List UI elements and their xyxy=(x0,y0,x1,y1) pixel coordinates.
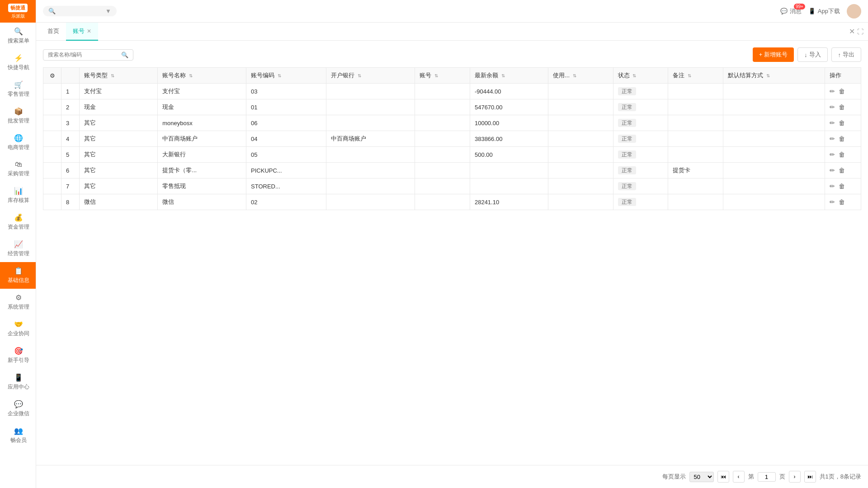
row-payment-5 xyxy=(723,163,825,178)
per-page-select[interactable]: 50 20 100 xyxy=(689,472,714,482)
tab-close-all-button[interactable]: ✕ xyxy=(849,27,855,36)
sidebar-item-agreement[interactable]: 🤝 企业协同 xyxy=(0,315,36,342)
sidebar-item-guide[interactable]: 🎯 新手引导 xyxy=(0,342,36,369)
edit-button-6[interactable]: ✏ xyxy=(830,183,835,190)
tab-maximize-button[interactable]: ⛶ xyxy=(857,28,863,35)
col-settings[interactable]: ⚙ xyxy=(43,68,61,84)
row-usage-6 xyxy=(548,178,613,194)
prev-page-button[interactable]: ‹ xyxy=(733,471,745,483)
row-action-0: ✏ 🗑 xyxy=(825,84,861,99)
delete-button-5[interactable]: 🗑 xyxy=(839,167,845,174)
edit-button-1[interactable]: ✏ xyxy=(830,103,835,111)
col-bank[interactable]: 开户银行 ⇅ xyxy=(326,68,415,84)
row-type-7: 微信 xyxy=(80,194,158,210)
col-balance[interactable]: 最新余额 ⇅ xyxy=(470,68,548,84)
delete-button-1[interactable]: 🗑 xyxy=(839,103,845,111)
sidebar-item-operation[interactable]: 📈 经营管理 xyxy=(0,235,36,262)
export-button[interactable]: ↑ 导出 xyxy=(831,47,862,62)
row-payment-7 xyxy=(723,194,825,210)
row-type-0: 支付宝 xyxy=(80,84,158,99)
edit-button-7[interactable]: ✏ xyxy=(830,198,835,206)
table-row: 4 其它 中百商场账户 04 中百商场账户 383866.00 正常 ✏ 🗑 xyxy=(43,131,861,147)
delete-button-7[interactable]: 🗑 xyxy=(839,198,845,206)
row-bank-0 xyxy=(326,84,415,99)
edit-button-4[interactable]: ✏ xyxy=(830,151,835,158)
sidebar-item-member[interactable]: 👥 畅会员 xyxy=(0,422,36,449)
app-version: 乐派版 xyxy=(11,13,25,19)
sidebar-item-apps[interactable]: 📱 应用中心 xyxy=(0,369,36,395)
edit-button-0[interactable]: ✏ xyxy=(830,88,835,95)
message-button[interactable]: 💬 消息 99+ xyxy=(780,7,802,15)
sidebar-item-wechat[interactable]: 💬 企业微信 xyxy=(0,395,36,422)
col-remark[interactable]: 备注 ⇅ xyxy=(668,68,723,84)
next-page-button[interactable]: › xyxy=(789,471,801,483)
table-row: 6 其它 提货卡（零... PICKUPC... 正常 提货卡 ✏ 🗑 xyxy=(43,163,861,178)
row-account-3 xyxy=(415,131,470,147)
app-download-button[interactable]: 📱 App下载 xyxy=(808,7,840,15)
tab-account[interactable]: 账号 ✕ xyxy=(66,23,98,41)
add-account-button[interactable]: + 新增账号 xyxy=(753,47,794,62)
col-payment[interactable]: 默认结算方式 ⇅ xyxy=(723,68,825,84)
tab-account-close[interactable]: ✕ xyxy=(87,28,91,34)
sidebar-item-basic[interactable]: 📋 基础信息 xyxy=(0,262,36,289)
col-status[interactable]: 状态 ⇅ xyxy=(613,68,668,84)
row-remark-5: 提货卡 xyxy=(668,163,723,178)
sidebar-item-ecommerce[interactable]: 🌐 电商管理 xyxy=(0,129,36,156)
tab-home-label: 首页 xyxy=(47,27,59,35)
edit-button-2[interactable]: ✏ xyxy=(830,119,835,127)
last-page-button[interactable]: ⏭ xyxy=(804,471,816,483)
export-icon: ↑ xyxy=(838,52,841,58)
row-action-4: ✏ 🗑 xyxy=(825,147,861,163)
row-usage-2 xyxy=(548,115,613,131)
row-code-6: STORED... xyxy=(246,178,326,194)
import-button[interactable]: ↓ 导入 xyxy=(797,47,828,62)
row-name-4: 大新银行 xyxy=(158,147,246,163)
delete-button-0[interactable]: 🗑 xyxy=(839,88,845,95)
col-type[interactable]: 账号类型 ⇅ xyxy=(80,68,158,84)
col-usage[interactable]: 使用... ⇅ xyxy=(548,68,613,84)
row-bank-1 xyxy=(326,99,415,115)
sidebar-item-shortcut[interactable]: ⚡ 快捷导航 xyxy=(0,49,36,76)
sidebar-item-inventory[interactable]: 📊 库存核算 xyxy=(0,182,36,209)
sidebar-item-system[interactable]: ⚙ 系统管理 xyxy=(0,289,36,315)
row-payment-3 xyxy=(723,131,825,147)
row-usage-5 xyxy=(548,163,613,178)
col-code[interactable]: 账号编码 ⇅ xyxy=(246,68,326,84)
row-account-4 xyxy=(415,147,470,163)
search-submit-icon[interactable]: 🔍 xyxy=(121,52,128,58)
sidebar-item-finance[interactable]: 💰 资金管理 xyxy=(0,209,36,235)
delete-button-4[interactable]: 🗑 xyxy=(839,151,845,158)
tab-account-label: 账号 xyxy=(73,27,85,35)
top-search-input[interactable] xyxy=(58,8,103,14)
sidebar-icon-wholesale: 📦 xyxy=(14,107,23,116)
col-account[interactable]: 账号 ⇅ xyxy=(415,68,470,84)
sidebar-item-retail[interactable]: 🛒 零售管理 xyxy=(0,76,36,103)
first-page-button[interactable]: ⏮ xyxy=(717,471,729,483)
table-row: 1 支付宝 支付宝 03 -90444.00 正常 ✏ 🗑 xyxy=(43,84,861,99)
sidebar-item-wholesale[interactable]: 📦 批发管理 xyxy=(0,103,36,129)
row-code-4: 05 xyxy=(246,147,326,163)
row-index-0: 1 xyxy=(61,84,80,99)
row-code-3: 04 xyxy=(246,131,326,147)
sidebar-item-purchase[interactable]: 🛍 采购管理 xyxy=(0,156,36,182)
delete-button-3[interactable]: 🗑 xyxy=(839,135,845,142)
edit-button-3[interactable]: ✏ xyxy=(830,135,835,142)
row-balance-7: 28241.10 xyxy=(470,194,548,210)
tab-home[interactable]: 首页 xyxy=(41,23,66,41)
delete-button-6[interactable]: 🗑 xyxy=(839,183,845,190)
sidebar-icon-retail: 🛒 xyxy=(14,80,23,89)
avatar[interactable] xyxy=(847,4,861,19)
page-input[interactable] xyxy=(758,472,776,482)
sidebar-item-search[interactable]: 🔍 搜索菜单 xyxy=(0,23,36,49)
row-payment-2 xyxy=(723,115,825,131)
top-search[interactable]: 🔍 ▼ xyxy=(43,6,117,16)
sidebar-label-search: 搜索菜单 xyxy=(8,37,29,45)
dropdown-icon[interactable]: ▼ xyxy=(105,8,111,14)
edit-button-5[interactable]: ✏ xyxy=(830,167,835,174)
search-box[interactable]: 🔍 xyxy=(43,49,133,61)
search-input[interactable] xyxy=(48,52,119,58)
col-index xyxy=(61,68,80,84)
col-name[interactable]: 账号名称 ⇅ xyxy=(158,68,246,84)
delete-button-2[interactable]: 🗑 xyxy=(839,119,845,127)
row-remark-6 xyxy=(668,178,723,194)
